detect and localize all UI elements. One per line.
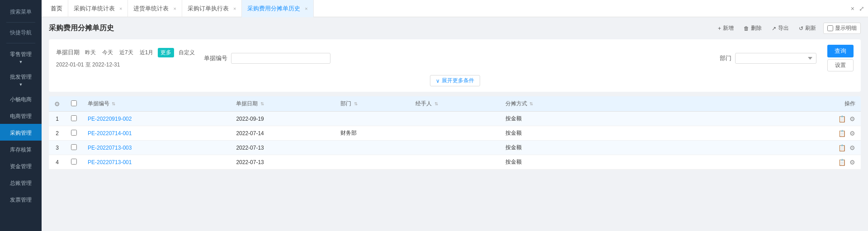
- sidebar-item-quicknav[interactable]: 快捷导航: [0, 24, 42, 41]
- doc-no-link-0[interactable]: PE-20220919-002: [88, 116, 132, 122]
- tab-purchase-order-exec[interactable]: 采购订单执行表 ×: [182, 0, 242, 17]
- table-header-row: ⚙ 单据编号 ⇅ 单据日期 ⇅: [49, 96, 861, 112]
- refresh-button[interactable]: ↺ 刷新: [796, 23, 819, 33]
- date-btn-7days[interactable]: 近7天: [118, 48, 135, 57]
- expand-label: 展开更多条件: [442, 77, 474, 85]
- doc-no-link-1[interactable]: PE-20220714-001: [88, 130, 132, 137]
- row-handler-3: [410, 155, 500, 170]
- edit-icon-1[interactable]: 📋: [838, 130, 846, 137]
- th-actions-label: 操作: [844, 100, 855, 107]
- tab-home[interactable]: 首页: [45, 0, 68, 17]
- table-row: 2 PE-20220714-001 2022-07-14 财务部 按金额 📋 ⚙: [49, 126, 861, 141]
- th-checkbox: [66, 96, 82, 112]
- edit-icon-2[interactable]: 📋: [838, 144, 846, 151]
- row-select-checkbox-2[interactable]: [71, 144, 77, 150]
- tab-purchase-cost-history-label: 采购费用分摊单历史: [247, 5, 300, 13]
- sidebar-item-retail[interactable]: 零售管理 ▼: [0, 45, 42, 68]
- sidebar-item-miniapp-label: 小畅电商: [10, 96, 32, 104]
- sidebar-item-ecommerce[interactable]: 电商管理: [0, 107, 42, 124]
- th-split-method-label: 分摊方式: [505, 100, 527, 107]
- date-btn-1month[interactable]: 近1月: [138, 48, 156, 57]
- content-area: 采购费用分摊单历史 + 新增 🗑 删除 ↗ 导出 ↺ 刷新: [42, 17, 868, 231]
- sidebar-item-wholesale[interactable]: 批发管理 ▼: [0, 68, 42, 90]
- trash-icon: 🗑: [744, 25, 749, 32]
- edit-icon-0[interactable]: 📋: [838, 115, 846, 123]
- add-button[interactable]: + 新增: [715, 23, 736, 33]
- sidebar-item-search[interactable]: 搜索菜单: [0, 4, 42, 20]
- date-btn-more[interactable]: 更多: [158, 48, 174, 57]
- restore-window-icon[interactable]: ⤢: [859, 5, 864, 12]
- more-icon-2[interactable]: ⚙: [849, 144, 855, 151]
- export-icon: ↗: [772, 25, 776, 32]
- tab-purchase-cost-history[interactable]: 采购费用分摊单历史 ×: [242, 0, 313, 17]
- row-doc-date-1: 2022-07-14: [231, 126, 335, 141]
- sidebar-item-miniapp[interactable]: 小畅电商: [0, 90, 42, 107]
- doc-no-link-2[interactable]: PE-20220713-003: [88, 145, 132, 151]
- query-button[interactable]: 查询: [827, 45, 854, 57]
- sidebar-item-invoice[interactable]: 发票管理: [0, 191, 42, 207]
- edit-icon-3[interactable]: 📋: [838, 159, 846, 166]
- date-range-display: 2022-01-01 至 2022-12-31: [56, 61, 120, 69]
- sort-icon-handler[interactable]: ⇅: [434, 101, 438, 106]
- more-icon-3[interactable]: ⚙: [849, 159, 855, 166]
- row-select-checkbox-3[interactable]: [71, 159, 77, 165]
- filter-area: 单据日期 昨天 今天 近7天 近1月 更多 自定义 2022-01-01 至 2…: [49, 39, 861, 92]
- dept-select[interactable]: [735, 53, 816, 64]
- sidebar: 搜索菜单 快捷导航 零售管理 ▼ 批发管理 ▼ 小畅电商 电商管理 采购管理 库…: [0, 0, 42, 231]
- row-dept-1: 财务部: [335, 126, 410, 141]
- expand-conditions-button[interactable]: ∨ 展开更多条件: [430, 75, 480, 86]
- sidebar-item-finance[interactable]: 资金管理: [0, 157, 42, 174]
- row-dept-3: [335, 155, 410, 170]
- date-btn-today[interactable]: 今天: [100, 48, 115, 57]
- date-btn-yesterday[interactable]: 昨天: [83, 48, 98, 57]
- date-filter-label: 单据日期: [56, 48, 80, 57]
- sort-icon-split-method[interactable]: ⇅: [529, 101, 533, 106]
- th-doc-date: 单据日期 ⇅: [231, 96, 335, 112]
- th-settings[interactable]: ⚙: [49, 96, 66, 112]
- sidebar-item-ledger[interactable]: 总账管理: [0, 174, 42, 191]
- sort-icon-dept[interactable]: ⇅: [354, 101, 358, 106]
- row-checkbox-0: [66, 112, 82, 126]
- doc-no-label: 单据编号: [204, 54, 227, 62]
- sidebar-item-purchase[interactable]: 采购管理: [0, 124, 42, 141]
- close-icon-tab2[interactable]: ×: [173, 6, 176, 11]
- column-settings-icon[interactable]: ⚙: [54, 100, 60, 108]
- more-icon-0[interactable]: ⚙: [849, 115, 855, 123]
- row-select-checkbox-0[interactable]: [71, 115, 77, 121]
- show-col-label: 显示明细: [835, 24, 857, 32]
- show-col-checkbox[interactable]: [827, 25, 833, 31]
- doc-no-link-3[interactable]: PE-20220713-001: [88, 159, 132, 165]
- data-table: ⚙ 单据编号 ⇅ 单据日期 ⇅: [49, 96, 861, 170]
- tab-purchase-goods-stats[interactable]: 进货单统计表 ×: [128, 0, 182, 17]
- row-actions-1: 📋 ⚙: [825, 126, 861, 141]
- date-btn-custom[interactable]: 自定义: [177, 48, 197, 57]
- sort-icon-doc-date[interactable]: ⇅: [260, 101, 264, 106]
- close-icon-tab4[interactable]: ×: [305, 6, 307, 11]
- select-all-checkbox[interactable]: [71, 100, 77, 106]
- sidebar-item-inventory-label: 库存核算: [10, 146, 32, 154]
- row-select-checkbox-1[interactable]: [71, 130, 77, 136]
- row-handler-0: [410, 112, 500, 126]
- chevron-down-icon-3: ∨: [436, 78, 440, 84]
- add-label: 新增: [723, 24, 734, 32]
- row-split-method-0: 按金额: [500, 112, 825, 126]
- close-icon-tab1[interactable]: ×: [119, 6, 122, 11]
- close-icon-tab3[interactable]: ×: [233, 6, 236, 11]
- delete-button[interactable]: 🗑 删除: [741, 23, 764, 33]
- close-window-icon[interactable]: ×: [851, 5, 854, 12]
- sidebar-item-inventory[interactable]: 库存核算: [0, 141, 42, 157]
- row-split-method-3: 按金额: [500, 155, 825, 170]
- page-header: 采购费用分摊单历史 + 新增 🗑 删除 ↗ 导出 ↺ 刷新: [49, 23, 861, 34]
- export-button[interactable]: ↗ 导出: [769, 23, 792, 33]
- sort-icon-doc-no[interactable]: ⇅: [112, 101, 115, 106]
- th-doc-no: 单据编号 ⇅: [82, 96, 231, 112]
- tab-purchase-order-exec-label: 采购订单执行表: [188, 5, 229, 13]
- more-icon-1[interactable]: ⚙: [849, 130, 855, 137]
- refresh-label: 刷新: [805, 24, 816, 32]
- show-col-button[interactable]: 显示明细: [823, 23, 861, 34]
- tab-purchase-order-stats[interactable]: 采购订单统计表 ×: [68, 0, 128, 17]
- settings-button[interactable]: 设置: [827, 59, 854, 71]
- row-handler-1: [410, 126, 500, 141]
- doc-no-input[interactable]: [231, 53, 330, 64]
- doc-no-filter: 单据编号: [204, 53, 330, 64]
